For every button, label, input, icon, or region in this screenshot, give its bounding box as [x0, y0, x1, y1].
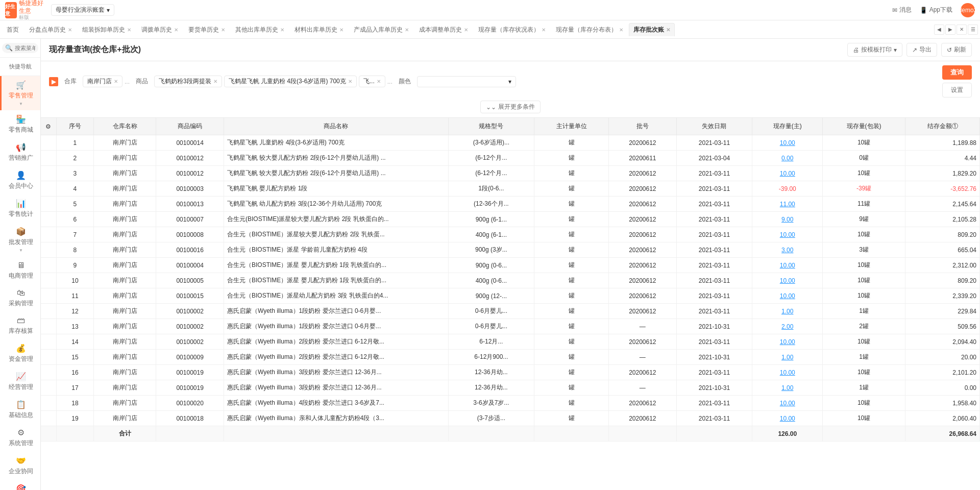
cell-stock-main[interactable]: 10.00	[752, 288, 823, 304]
tab-assembly[interactable]: 组装拆卸单历史✕	[78, 23, 136, 36]
cell-stock-main[interactable]: 10.00	[752, 258, 823, 273]
cell-stock-main[interactable]: 10.00	[752, 411, 823, 426]
close-icon[interactable]: ✕	[221, 27, 225, 33]
cell-amount: -3,652.76	[905, 181, 980, 197]
close-icon[interactable]: ✕	[619, 27, 623, 33]
sidebar-item-finance[interactable]: 💰 资金管理	[0, 339, 40, 368]
sidebar: 🔍 快捷导航 🛒 零售管理 ▼ 🏪 零售商城 📢 营销推广 👤 会员中心 📊 零…	[0, 39, 41, 490]
tab-other-outbound[interactable]: 其他出库单历史✕	[231, 23, 289, 36]
sidebar-item-retail-mall[interactable]: 🏪 零售商城	[0, 110, 40, 138]
cell-stock-main[interactable]: 10.00	[752, 396, 823, 411]
industry-selector[interactable]: 母婴行业演示账套 ▾	[51, 4, 114, 16]
sidebar-item-guide[interactable]: 🎯 新手引导	[0, 480, 40, 490]
expand-more-btn[interactable]: ⌄⌄ 展开更多条件	[480, 101, 541, 113]
nav-next-btn[interactable]: ▶	[945, 24, 955, 35]
nav-close-btn[interactable]: ✕	[957, 24, 967, 35]
app-download-button[interactable]: 📱 App下载	[920, 6, 952, 14]
cell-spec: 6-12月900...	[448, 350, 534, 365]
warehouse-tag[interactable]: 南岸门店 ✕	[83, 76, 122, 87]
remove-icon[interactable]: ✕	[377, 79, 381, 84]
cell-stock-main[interactable]: 0.00	[752, 151, 823, 166]
tab-batch-account[interactable]: 库存批次账✕	[629, 23, 675, 36]
th-settings[interactable]: ⚙	[41, 118, 56, 135]
close-icon[interactable]: ✕	[280, 27, 284, 33]
close-icon[interactable]: ✕	[127, 27, 131, 33]
remove-icon[interactable]: ✕	[114, 79, 118, 84]
cell-stock-main[interactable]: 3.00	[752, 242, 823, 258]
cell-stock-main[interactable]: 1.00	[752, 380, 823, 396]
cell-stock-main[interactable]: 10.00	[752, 227, 823, 242]
remove-icon[interactable]: ✕	[213, 79, 217, 84]
tab-material-outbound[interactable]: 材料出库单历史✕	[290, 23, 348, 36]
sidebar-item-basic-info[interactable]: 📋 基础信息	[0, 396, 40, 424]
close-icon[interactable]: ✕	[464, 27, 468, 33]
cell-stock-main[interactable]: 10.00	[752, 365, 823, 380]
cell-stock-main[interactable]: 10.00	[752, 166, 823, 181]
close-icon[interactable]: ✕	[339, 27, 344, 33]
cell-settings	[41, 166, 56, 181]
template-print-button[interactable]: 🖨 按模板打印 ▾	[847, 43, 902, 57]
cell-amount: 2,105.28	[905, 212, 980, 227]
sidebar-item-retail-stats[interactable]: 📊 零售统计	[0, 194, 40, 223]
close-icon[interactable]: ✕	[666, 27, 670, 33]
product-tag-2[interactable]: 飞鹤星飞帆 儿童奶粉 4段(3-6岁适用) 700克 ✕	[224, 76, 357, 87]
tab-stock-status[interactable]: 现存量（库存状况表）✕	[474, 23, 550, 36]
sidebar-item-inventory[interactable]: 🗃 库存核算	[0, 312, 40, 339]
sidebar-item-operations[interactable]: 📈 经营管理	[0, 368, 40, 396]
cell-stock-main[interactable]: 10.00	[752, 135, 823, 151]
expand-arrow-btn[interactable]: ▶	[49, 77, 58, 86]
sidebar-item-marketing[interactable]: 📢 营销推广	[0, 138, 40, 166]
product-filter-more-dots[interactable]: ...	[387, 78, 393, 85]
sidebar-search-input[interactable]	[15, 45, 35, 51]
sidebar-search-box[interactable]: 🔍	[2, 43, 38, 53]
tab-product-inbound[interactable]: 产成品入库单历史✕	[349, 23, 413, 36]
close-icon[interactable]: ✕	[174, 27, 178, 33]
table-header-row: ⚙ 序号 仓库名称 商品编码 商品名称 规格型号 主计量单位 批号 失效日期 现…	[41, 118, 980, 135]
remove-icon[interactable]: ✕	[348, 79, 352, 84]
cell-stock-main[interactable]: 10.00	[752, 273, 823, 288]
cell-unit: 罐	[534, 304, 609, 319]
close-icon[interactable]: ✕	[68, 27, 72, 33]
cell-stock-main[interactable]: 1.00	[752, 304, 823, 319]
sidebar-item-ecommerce[interactable]: 🖥 电商管理	[0, 257, 40, 284]
cell-product-name: 合生元(BIOSTIME)派星较大婴儿配方奶粉 2段 乳铁蛋白的...	[224, 212, 448, 227]
cell-stock-main[interactable]: 11.00	[752, 197, 823, 212]
sidebar-item-retail-management[interactable]: 🛒 零售管理 ▼	[0, 76, 40, 110]
refresh-button[interactable]: ↺ 刷新	[941, 43, 972, 57]
close-icon[interactable]: ✕	[542, 27, 546, 33]
cell-stock-main[interactable]: 1.00	[752, 350, 823, 365]
avatar[interactable]: demo2	[961, 3, 975, 17]
cell-stock-main[interactable]: 2.00	[752, 319, 823, 334]
sidebar-item-system[interactable]: ⚙ 系统管理	[0, 424, 40, 452]
tab-requisition[interactable]: 要货单历史✕	[184, 23, 230, 36]
message-button[interactable]: ✉ 消息	[892, 6, 912, 14]
cell-unit: 罐	[534, 288, 609, 304]
export-button[interactable]: ↗ 导出	[906, 43, 937, 57]
tab-stock-distribution[interactable]: 现存量（库存分布表）✕	[551, 23, 628, 36]
cell-stock-main[interactable]: 9.00	[752, 212, 823, 227]
close-icon[interactable]: ✕	[405, 27, 409, 33]
color-dropdown[interactable]: ▾	[417, 76, 517, 87]
cell-product-name: 惠氏启蒙（Wyeth illuma）3段奶粉 爱尔兰进口 12-36月...	[224, 380, 448, 396]
cell-seq: 19	[56, 411, 94, 426]
cell-batch: 20200612	[609, 135, 677, 151]
sidebar-quick-nav-label[interactable]: 快捷导航	[0, 60, 40, 74]
filter-more-dots[interactable]: ...	[125, 78, 130, 85]
product-tag-1[interactable]: 飞鹤奶粉3段两提装 ✕	[154, 76, 222, 87]
query-button[interactable]: 查询	[942, 65, 972, 80]
settings-button[interactable]: 设置	[942, 83, 972, 97]
tab-cost-adjust[interactable]: 成本调整单历史✕	[414, 23, 473, 36]
sidebar-item-membership[interactable]: 👤 会员中心	[0, 166, 40, 194]
nav-prev-btn[interactable]: ◀	[934, 24, 944, 35]
nav-menu-btn[interactable]: ☰	[968, 24, 978, 35]
tab-split-inventory[interactable]: 分盘点单历史✕	[24, 23, 77, 36]
cell-stock-main[interactable]: 10.00	[752, 334, 823, 350]
tab-home[interactable]: 首页	[2, 23, 23, 36]
footer-expiry	[676, 426, 752, 442]
tab-transfer[interactable]: 调拨单历史✕	[137, 23, 183, 36]
sidebar-item-purchase[interactable]: 🛍 采购管理	[0, 284, 40, 312]
cell-unit: 罐	[534, 166, 609, 181]
sidebar-item-wholesale[interactable]: 📦 批发管理 ▼	[0, 223, 40, 257]
sidebar-item-cooperation[interactable]: 🤝 企业协同	[0, 452, 40, 480]
product-tag-3[interactable]: 飞... ✕	[359, 76, 385, 87]
